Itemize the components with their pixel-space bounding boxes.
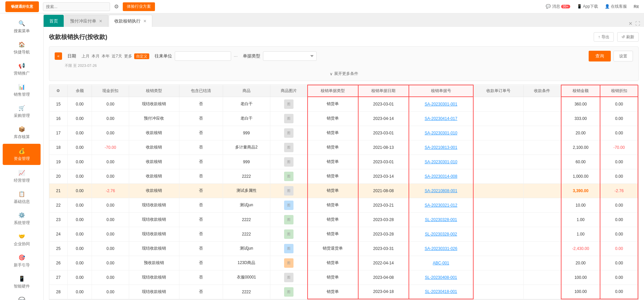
td-cash-discount: 0.00 — [92, 126, 129, 140]
td-goods: 2222 — [223, 169, 270, 183]
sidebar-item-hardware[interactable]: 📱 智能硬件 — [0, 271, 43, 293]
filter-bill-type: 单据类型 — [243, 51, 317, 61]
finance-icon: 💰 — [18, 147, 25, 155]
td-bill-no[interactable]: SL-20230328-002 — [409, 227, 473, 241]
top-search-input[interactable] — [43, 2, 110, 11]
export-button[interactable]: ↑ 导出 — [594, 32, 614, 42]
sidebar-item-operation[interactable]: 📈 经营管理 — [0, 166, 43, 187]
td-writeoff-discount: 0.00 — [600, 155, 638, 169]
app-download-link[interactable]: 📱 App下载 — [577, 4, 598, 9]
td-bill-no[interactable]: SA-20230301-010 — [409, 155, 473, 169]
date-link-this-year[interactable]: 本年 — [102, 53, 110, 59]
sidebar-item-marketing[interactable]: 📢 营销推广 — [0, 58, 43, 80]
td-cash-discount: -70.00 — [92, 140, 129, 155]
td-bill-no[interactable]: SA-20230321-012 — [409, 198, 473, 212]
content-area: 收款核销执行(按收款) ↑ 导出 ↺ 刷新 « 日期 — [44, 27, 644, 300]
query-button[interactable]: 查询 — [589, 51, 611, 61]
td-bill-type: 销货单 — [308, 169, 358, 183]
table-header-row: ⚙ 余额 现金折扣 核销类型 包含已结清 商品 商品图片 核销单据类型 核销单据… — [49, 85, 638, 97]
td-include-settled: 否 — [179, 111, 223, 126]
window-minimize-icon[interactable]: ✕ — [629, 21, 633, 26]
th-settings[interactable]: ⚙ — [49, 85, 67, 97]
th-bill-type: 核销单据类型 — [308, 85, 358, 97]
date-link-last-month[interactable]: 上月 — [82, 53, 90, 59]
sidebar-item-search[interactable]: 🔍 搜索菜单 — [0, 16, 43, 37]
td-goods: 衣服00001 — [223, 270, 270, 285]
td-bill-type: 销货单 — [308, 212, 358, 227]
td-bill-no[interactable]: SA-20210808-001 — [409, 183, 473, 198]
td-bill-no[interactable]: ABC-001 — [409, 256, 473, 270]
industry-solution-button[interactable]: 体验行业方案 — [123, 2, 155, 11]
sidebar-item-basic[interactable]: 📋 基础信息 — [0, 187, 43, 208]
sidebar-item-sales[interactable]: 📊 销售管理 — [0, 80, 43, 101]
refresh-button[interactable]: ↺ 刷新 — [617, 32, 639, 42]
td-bill-no[interactable]: SA-20230301-010 — [409, 126, 473, 140]
td-bill-no[interactable]: SA-20230314-008 — [409, 169, 473, 183]
sidebar-item-purchase[interactable]: 🛒 采购管理 — [0, 101, 43, 122]
sidebar-item-guide[interactable]: 🎯 新手引导 — [0, 250, 43, 271]
td-writeoff-amount: 20.00 — [561, 126, 600, 140]
td-bill-date: 2023-03-28 — [358, 212, 409, 227]
td-receipt-order-no — [473, 183, 524, 198]
td-bill-date: 2023-04-08 — [358, 270, 409, 285]
tab-collection-close[interactable]: ✕ — [143, 19, 147, 24]
date-link-this-month[interactable]: 本月 — [92, 53, 100, 59]
message-icon[interactable]: 💬 消息 99+ — [546, 4, 570, 9]
sidebar-item-shortcut[interactable]: 🏠 快捷导航 — [0, 37, 43, 58]
sidebar-item-system[interactable]: ⚙️ 系统管理 — [0, 208, 43, 229]
table-row: 20 0.00 0.00 收款核销 否 2222 图 销货单 2023-03-1… — [49, 169, 638, 183]
sidebar-item-finance[interactable]: 💰 资金管理 — [3, 144, 41, 165]
td-include-settled: 否 — [179, 198, 223, 212]
filter-collapse-button[interactable]: « — [55, 52, 62, 60]
filter-date-label: 日期 — [67, 53, 76, 59]
inventory-icon: 📦 — [18, 125, 25, 133]
date-range-display: 不限 至 2023-07-26 — [55, 63, 633, 68]
expand-conditions-button[interactable]: ∨ 展开更多条件 — [330, 71, 358, 77]
settings-button[interactable]: 设置 — [613, 51, 633, 61]
online-service-link[interactable]: 👤 在线客服 — [605, 4, 627, 9]
th-goods-img: 商品图片 — [270, 85, 308, 97]
counterpart-ellipsis[interactable]: ··· — [234, 53, 238, 59]
td-writeoff-type: 预收款核销 — [129, 256, 179, 270]
td-writeoff-discount: 0.00 — [600, 126, 638, 140]
td-writeoff-amount: -2,430.00 — [561, 241, 600, 256]
td-writeoff-amount: 100.00 — [561, 285, 600, 299]
tab-collection[interactable]: 收款核销执行 ✕ — [109, 15, 152, 27]
sidebar-item-collab[interactable]: 🤝 企业协同 — [0, 229, 43, 250]
sidebar-item-wechat[interactable]: 💬 企业微信 — [0, 293, 43, 300]
td-bill-no[interactable]: SA-20210813-001 — [409, 140, 473, 155]
td-bill-no[interactable]: SA-20230301-001 — [409, 97, 473, 111]
date-link-more[interactable]: 更多 — [124, 53, 132, 59]
td-writeoff-discount: 0.00 — [600, 227, 638, 241]
export-icon: ↑ — [598, 35, 600, 39]
table-row: 25 0.00 0.00 现结收款核销 否 测试jun 图 销货退货单 2023… — [49, 241, 638, 256]
td-bill-date: 2021-08-13 — [358, 140, 409, 155]
td-include-settled: 否 — [179, 140, 223, 155]
table-body: 15 0.00 0.00 现结收款核销 否 老白干 图 销货单 2023-03-… — [49, 97, 638, 299]
tab-prepay[interactable]: 预付冲应付单 ✕ — [64, 15, 108, 27]
gear-icon[interactable]: ⚙ — [114, 3, 119, 10]
td-balance: 0.00 — [67, 212, 92, 227]
td-bill-no[interactable]: SL-20230328-001 — [409, 212, 473, 227]
table-row: 23 0.00 0.00 现结收款核销 否 2222 图 销货单 2023-03… — [49, 212, 638, 227]
counterpart-input[interactable] — [175, 51, 231, 61]
td-bill-no[interactable]: SA-20230331-026 — [409, 241, 473, 256]
td-receipt-order-no — [473, 256, 524, 270]
bill-type-select[interactable] — [263, 51, 317, 61]
td-receipt-order-no — [473, 227, 524, 241]
date-link-7days[interactable]: 近7天 — [112, 53, 122, 59]
td-no: 24 — [49, 227, 67, 241]
tab-home[interactable]: 首页 — [44, 15, 64, 27]
window-maximize-icon[interactable]: ⛶ — [635, 21, 640, 26]
sidebar-item-inventory[interactable]: 📦 库存核算 — [0, 122, 43, 143]
td-writeoff-discount: -70.00 — [600, 140, 638, 155]
td-writeoff-discount: 0.00 — [600, 285, 638, 299]
th-writeoff-amount: 核销金额 — [561, 85, 600, 97]
td-include-settled: 否 — [179, 97, 223, 111]
td-bill-no[interactable]: SL-20230408-001 — [409, 270, 473, 285]
date-custom-badge[interactable]: 自定义 — [134, 53, 149, 59]
td-bill-no[interactable]: SA-20230414-017 — [409, 111, 473, 126]
td-bill-no[interactable]: SL-20230418-001 — [409, 285, 473, 299]
tab-prepay-close[interactable]: ✕ — [99, 19, 102, 24]
td-goods: 999 — [223, 126, 270, 140]
